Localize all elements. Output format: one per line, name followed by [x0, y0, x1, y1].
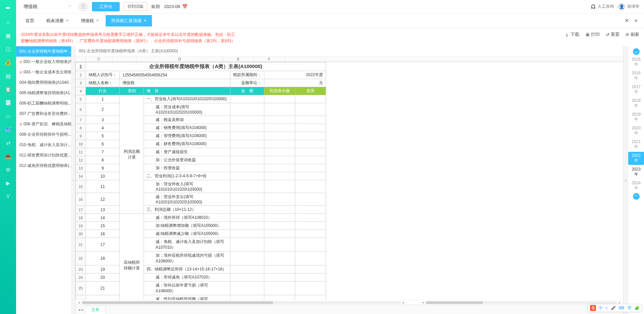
video-icon[interactable]: ▶ [5, 180, 11, 186]
year-2015年[interactable]: 2015年 [628, 56, 644, 69]
tab-税表清册[interactable]: 税表清册✕ [41, 15, 74, 26]
year-2022年[interactable]: 2022年 [628, 152, 644, 165]
period-label: 账期 [151, 4, 160, 10]
tree-item[interactable]: 007-广告费和业务宣传费跨... [16, 109, 71, 119]
form-tree: 001-企业所得税年度纳税申...⊘002-一般企业收入明细表(A1...⊘00… [16, 46, 71, 314]
tab-所得税汇算清缴[interactable]: 所得税汇算清缴✕ [106, 15, 152, 26]
tree-item[interactable]: 010-免税、减计收入及加计... [16, 140, 71, 150]
tab-首页[interactable]: 首页 [20, 15, 40, 26]
settings-icon[interactable]: ⚙ [5, 166, 11, 173]
tree-item[interactable]: 001-企业所得税年度纳税申... [16, 46, 71, 57]
collapse-right-handle[interactable]: › [623, 46, 628, 314]
ime-keyboard-icon[interactable]: ⌨ [619, 306, 624, 310]
list-toggle-icon[interactable]: ☰ [78, 2, 88, 11]
notice-bar: 2019年度涉及取以前年度结转数据的申报表单元格需要手工维护正确，才能保证本年及… [16, 28, 644, 46]
list-icon[interactable]: ▤ [5, 72, 11, 79]
year-2018年[interactable]: 2018年 [628, 97, 644, 110]
download-icon: ⭳ [565, 32, 569, 37]
tree-item[interactable]: 005-纳税调整项目明细表(A1... [16, 88, 71, 98]
switch-old-button[interactable]: 切到旧版 [124, 2, 147, 11]
user-menu[interactable]: 👤 徐泽华 [618, 3, 639, 10]
year-2017年[interactable]: 2017年 [628, 83, 644, 96]
reset-icon: ↺ [606, 32, 609, 37]
logo-icon: ✒ [5, 4, 11, 12]
collapse-left-handle[interactable]: ‹ [71, 46, 75, 314]
scroll-left-icon[interactable]: ◂ [78, 301, 80, 304]
close-icon[interactable]: ✕ [66, 18, 69, 23]
bag-icon[interactable]: 💰 [5, 59, 11, 66]
workspace-button[interactable]: 工作台 [92, 2, 120, 11]
invoice-icon[interactable]: 🧾 [5, 99, 11, 106]
transfer-icon[interactable]: ⇄ [5, 139, 11, 146]
warn-icon: ⊘ [19, 122, 22, 126]
scroll-right-icon[interactable]: ▸ [403, 301, 405, 304]
warn-icon: ⊘ [19, 60, 22, 64]
grid-scroll[interactable]: 1企业所得税年度纳税申报表（A类）主表(A100000)2纳税人识别号：1255… [75, 62, 623, 300]
column-ruler: CDEF [75, 56, 623, 62]
calendar-icon[interactable]: ▭ [5, 113, 11, 119]
ime-badge: S [590, 305, 596, 311]
sheet-next-icon[interactable]: ▸ [82, 307, 84, 312]
print-icon: 🖶 [585, 32, 590, 37]
year-down-icon[interactable]: ︾ [633, 193, 640, 200]
tab-增值税[interactable]: 增值税✕ [75, 15, 104, 26]
year-up-icon[interactable]: ︽ [633, 48, 640, 55]
ime-toolbar[interactable]: S 中 •, 🎤 ⌨ 👕 🧩 [588, 304, 642, 312]
sheet-tabs: ◂ ▸ 主表 [75, 305, 623, 314]
year-2023年[interactable]: 2023年 [628, 166, 644, 179]
chevron-down-icon: ﹀ [68, 4, 72, 9]
topbar: 增值税 ﹀ ☰ 工作台 切到旧版 账期 2023-09 📅 🎧 人工咨询 👤 徐… [16, 0, 644, 13]
year-rail: ︽ 2015年2016年2017年2018年2019年2020年2021年202… [628, 46, 644, 314]
warn-icon: ⊘ [19, 70, 22, 74]
ime-skin-icon[interactable]: 👕 [627, 306, 632, 310]
tree-item[interactable]: ⊘003-一般企业成本支出明细... [16, 67, 71, 77]
home-icon[interactable]: ⌂ [5, 19, 11, 25]
tree-item[interactable]: 012-减免所得税优惠明细表(... [16, 161, 71, 171]
doc-icon[interactable]: ▦ [5, 32, 11, 39]
download-button[interactable]: ⭳下载 [565, 32, 579, 38]
tabs-close-icon[interactable]: ✕ [623, 17, 631, 25]
tabs-menu-icon[interactable]: ≡ [632, 17, 640, 25]
manual-help-button[interactable]: 🎧 人工咨询 [591, 4, 614, 9]
tree-item[interactable]: 011-研发费用加计扣除优惠... [16, 150, 71, 161]
company-name: 增值税 [23, 4, 38, 10]
sheet-prev-icon[interactable]: ◂ [78, 307, 80, 312]
close-icon[interactable]: ✕ [96, 18, 99, 23]
calendar-icon: 📅 [182, 4, 187, 9]
tab-bar: 首页税表清册✕增值税✕所得税汇算清缴✕ ✕ ≡ [16, 13, 644, 28]
tax-icon[interactable]: 🥣 [5, 126, 11, 133]
ime-punct-icon[interactable]: •, [605, 306, 608, 310]
refresh-icon: ⟳ [626, 32, 629, 37]
h-scrollbar[interactable]: ◂ ▸ ◂ ▸ [75, 300, 623, 305]
tree-item[interactable]: ⊘008-资产折旧、摊销及纳税... [16, 119, 71, 129]
ime-tool-icon[interactable]: 🧩 [635, 306, 640, 310]
tree-item[interactable]: ⊘002-一般企业收入明细表(A1... [16, 57, 71, 67]
year-2016年[interactable]: 2016年 [628, 69, 644, 82]
tree-item[interactable]: 004-期间费用明细表(A1040... [16, 77, 71, 88]
period-value[interactable]: 2023-09 📅 [164, 4, 187, 9]
archive-icon[interactable]: 📥 [5, 153, 11, 160]
chart-icon[interactable]: ◫ [5, 46, 11, 52]
refresh-button[interactable]: ⟳刷新 [626, 32, 639, 38]
avatar-icon: 👤 [618, 3, 625, 10]
username: 徐泽华 [627, 4, 639, 9]
tree-item[interactable]: 009-企业所得税弥补亏损明... [16, 129, 71, 140]
year-2019年[interactable]: 2019年 [628, 111, 644, 124]
year-2024年[interactable]: 2024年 [628, 179, 644, 192]
spreadsheet-area: 001-企业所得税年度纳税申报表（A类） 主表(A100000) CDEF 1企… [75, 46, 623, 314]
left-nav: ✒ ⌂ ▦ ◫ 💰 ▤ 📋 🧾 ▭ 🥣 ⇄ 📥 ⚙ ▶ V [0, 0, 16, 314]
v-icon[interactable]: V [5, 193, 11, 200]
warning-text: 2019年度涉及取以前年度结转数据的申报表单元格需要手工维护正确，才能保证本年及… [21, 32, 235, 44]
year-2021年[interactable]: 2021年 [628, 138, 644, 151]
ime-mic-icon[interactable]: 🎤 [611, 306, 616, 310]
tree-item[interactable]: 006-职工薪酬纳税调整明细... [16, 98, 71, 109]
print-button[interactable]: 🖶打印 [585, 32, 600, 38]
company-select[interactable]: 增值税 ﹀ [21, 4, 74, 10]
close-icon[interactable]: ✕ [144, 18, 147, 23]
year-2020年[interactable]: 2020年 [628, 124, 644, 137]
report-icon[interactable]: 📋 [5, 86, 11, 92]
reset-button[interactable]: ↺重置 [606, 32, 620, 38]
sheet-tab-main[interactable]: 主表 [85, 306, 106, 314]
headset-icon: 🎧 [591, 4, 596, 9]
ime-mode[interactable]: 中 [599, 305, 603, 311]
